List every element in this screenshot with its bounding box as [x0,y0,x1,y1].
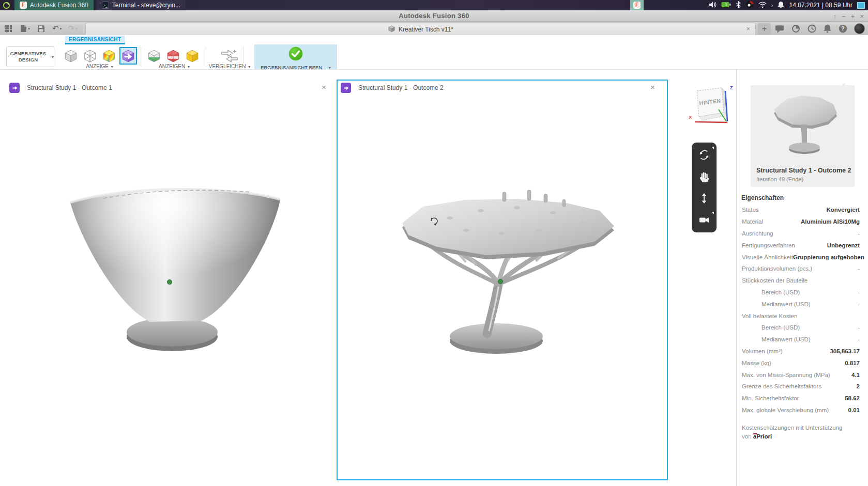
redo-icon[interactable]: ↷ [68,24,75,33]
tray-expand-chevron-icon[interactable]: › [771,2,773,8]
outcome1-model[interactable] [31,176,310,356]
outcome-thumbnail [764,86,842,164]
anzeige-group-label[interactable]: ANZEIGE ▾ [62,64,137,69]
display-solid-cube-icon[interactable] [62,47,80,65]
clock-history-icon[interactable] [807,24,817,34]
tray-fusion-indicator[interactable]: F [630,0,644,10]
property-value: 4.1 [851,372,860,378]
property-value: 0.817 [845,360,860,366]
window-shade-button[interactable]: ↑ [833,13,837,20]
comments-icon[interactable] [774,24,785,34]
tabbar-right-icons: ? [774,22,865,35]
property-value: Aluminium AlSi10Mg [801,218,860,225]
viewport2-close-icon[interactable]: × [650,83,655,91]
wifi-icon[interactable] [758,2,767,9]
compare-icon[interactable] [219,47,240,65]
viewcube-z-axis-label: Z [730,85,733,90]
outcome-card[interactable]: Structural Study 1 - Outcome 2 Iteration… [751,85,855,187]
property-label: Voll belastete Kosten [742,313,797,319]
viewport2-title: Structural Study 1 - Outcome 2 [358,84,444,91]
property-value: 2 [857,383,860,389]
bluetooth-icon[interactable] [736,1,741,10]
finish-result-view-button[interactable]: ERGEBNISANSICHT BEEN... ▾ [254,44,337,69]
notifications-icon[interactable] [823,24,832,33]
property-row: Masse (kg)0.817 [742,357,860,369]
property-label: Max. von Mises-Spannung (MPa) [742,372,830,378]
property-value: Konvergiert [826,207,860,213]
viewport1-close-icon[interactable]: × [322,83,326,91]
property-row: Max. globale Verschiebung (mm)0.01 [742,404,860,416]
orbit-tool-icon[interactable] [698,149,710,161]
document-cube-icon [388,25,395,34]
system-clock[interactable]: 14.07.2021 | 08:59 Uhr [789,2,852,9]
obs-icon[interactable] [746,1,754,10]
system-tray: › 14.07.2021 | 08:59 Uhr [709,0,868,10]
window-minimize-button[interactable]: − [842,13,846,20]
canvas-area[interactable]: Structural Study 1 - Outcome 1 × [0,70,736,486]
save-icon[interactable] [37,25,45,33]
property-value: - [858,265,860,272]
context-tag: ERGEBNISANSICHT [65,36,125,44]
undo-icon[interactable]: ↶ [52,24,59,33]
property-row: Volumen (mm³)305,863.17 [742,346,860,357]
property-label: Grenze des Sicherheitsfaktors [742,383,821,389]
viewport1-title: Structural Study 1 - Outcome 1 [27,84,112,91]
property-label: Max. globale Verschiebung (mm) [742,407,829,413]
vergleichen-group-label[interactable]: VERGLEICHEN ▾ [204,64,255,69]
help-icon[interactable]: ? [838,24,848,34]
property-row: Medianwert (USD)- [742,298,860,310]
taskbar-fusion-label: Autodesk Fusion 360 [30,2,88,9]
show-keepouts-cube-icon[interactable] [145,47,163,65]
window-close-button[interactable]: × [860,13,864,20]
show-starting-shape-cube-icon[interactable] [184,47,201,65]
property-row: Ausrichtung- [742,228,860,240]
taskbar-terminal-button[interactable]: >_ Terminal - steve@cryin... [97,0,186,10]
workspace-indicator[interactable] [857,2,865,9]
job-status-icon[interactable] [791,24,801,34]
workspace-selector[interactable]: GENERATIVES DESIGN ▾ [6,46,54,67]
system-top-bar: F Autodesk Fusion 360 >_ Terminal - stev… [0,0,868,10]
document-tab-close-icon[interactable]: × [746,25,750,33]
property-label: Volumen (mm³) [742,348,783,354]
zoom-tool-icon[interactable] [698,192,710,205]
cost-footer-line1: Kostenschätzungen mit Unterstützung [742,425,842,431]
property-row: StatusKonvergiert [742,204,860,216]
fusion-app-icon: F [20,2,27,9]
system-menu-icon[interactable] [3,2,10,9]
undo-caret-icon[interactable]: ▾ [60,26,62,31]
pan-tool-icon[interactable] [698,170,710,183]
origin-point[interactable] [498,279,503,284]
redo-caret-icon: ▾ [75,26,78,31]
battery-icon[interactable] [721,2,731,9]
navigation-toolbar [692,143,717,232]
file-menu-icon[interactable] [20,24,27,33]
viewcube[interactable]: HINTEN Z X [687,81,738,127]
app-grid-icon[interactable] [4,24,12,33]
display-stress-cube-icon[interactable] [100,47,118,65]
property-row: Min. Sicherheitsfaktor58.62 [742,393,860,404]
display-wireframe-cube-icon[interactable] [81,47,99,65]
anzeigen-group-label[interactable]: ANZEIGEN ▾ [145,64,203,69]
apriori-brand: aPriori [753,433,772,440]
file-menu-caret-icon[interactable]: ▾ [28,26,30,31]
outcome2-model[interactable] [372,181,641,356]
cost-footer-prefix: von [742,433,752,440]
property-label: Produktionsvolumen (pcs.) [742,265,812,272]
property-row: MaterialAluminium AlSi10Mg [742,216,860,228]
outcome-view-icon [341,83,351,93]
origin-point[interactable] [167,280,172,285]
display-displacement-cube-icon[interactable] [119,47,137,65]
fusion-tray-icon: F [633,2,641,9]
anzeige-group [62,47,137,65]
notification-bell-icon[interactable] [778,1,784,10]
show-obstacles-cube-icon[interactable] [164,47,182,65]
user-avatar[interactable] [854,23,865,34]
look-at-camera-icon[interactable] [698,214,710,226]
svg-text:?: ? [841,26,844,32]
outcome-card-title: Structural Study 1 - Outcome 2 [756,167,851,174]
new-tab-button[interactable]: + [758,23,771,35]
document-tab[interactable]: Kreativer Tisch v11* × [85,23,756,35]
taskbar-fusion-button[interactable]: F Autodesk Fusion 360 [14,0,94,10]
window-maximize-button[interactable]: + [851,13,855,20]
volume-icon[interactable] [709,1,717,10]
